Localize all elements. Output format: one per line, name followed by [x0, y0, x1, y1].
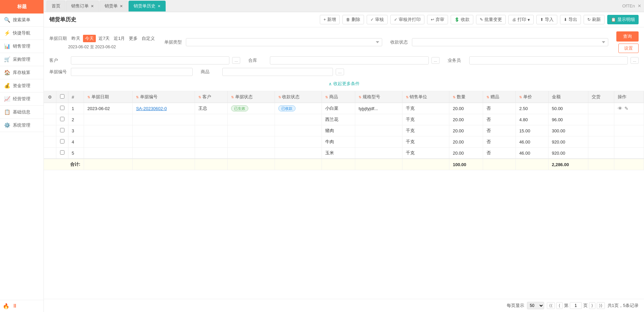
cell-doc-no[interactable]: SA-20230602-0 — [133, 103, 195, 114]
row-checkbox[interactable] — [60, 139, 64, 144]
tab-sales-delivery-close[interactable]: ✕ — [120, 4, 123, 8]
cell-check[interactable] — [56, 136, 68, 148]
page-size-select[interactable]: 50 20 100 — [527, 302, 544, 309]
cell-check[interactable] — [56, 125, 68, 136]
th-spec[interactable]: ⇅ 规格型号 — [355, 91, 402, 103]
total-records: 共1页，5条记录 — [608, 303, 639, 309]
tab-sales-delivery[interactable]: 销货单 ✕ — [100, 1, 128, 11]
tab-sales-order[interactable]: 销售订单 ✕ — [66, 1, 99, 11]
shortcut-yesterday[interactable]: 昨天 — [70, 35, 82, 42]
sidebar-item-quick-nav[interactable]: ⚡ 快捷导航 — [0, 27, 44, 40]
settings-button[interactable]: 设置 — [618, 44, 639, 53]
cell-check[interactable] — [56, 148, 68, 159]
sidebar-item-operations[interactable]: 📈 经营管理 — [0, 93, 44, 106]
import-button[interactable]: ⬆ 导入 — [536, 15, 557, 24]
sidebar-item-sales-mgmt[interactable]: 📊 销售管理 — [0, 40, 44, 53]
payment-status-select[interactable] — [412, 38, 608, 46]
th-check[interactable] — [56, 91, 68, 103]
th-gear[interactable]: ⚙ — [44, 91, 56, 103]
edit-icon[interactable]: ✎ — [624, 106, 628, 111]
delete-button[interactable]: 🗑 删除 — [342, 15, 364, 24]
th-qty[interactable]: ⇅ 数量 — [449, 91, 483, 103]
show-detail-button[interactable]: 📋 显示明细 — [607, 15, 639, 24]
shortcut-today[interactable]: 今天 — [83, 35, 96, 42]
shortcut-more[interactable]: 更多 — [128, 35, 139, 42]
th-doc-no[interactable]: ⇅ 单据编号 — [133, 91, 195, 103]
doc-type-select[interactable] — [186, 38, 382, 46]
tab-sales-history[interactable]: 销货单历史 ✕ — [129, 1, 166, 11]
sidebar-item-search-menu[interactable]: 🔍 搜索菜单 — [0, 14, 44, 27]
sidebar-item-inventory[interactable]: 🏠 库存核算 — [0, 66, 44, 79]
first-page-button[interactable]: ⟨⟨ — [547, 302, 555, 309]
salesperson-ellipsis[interactable]: ... — [631, 57, 639, 64]
shortcut-7days[interactable]: 近7天 — [97, 35, 111, 42]
tab-sales-history-close[interactable]: ✕ — [158, 4, 161, 8]
cell-doc-no[interactable] — [133, 125, 195, 136]
page-header: 销货单历史 + 新增 🗑 删除 ✓ 审核 ✓ 审核并打印 ↩ 弃审 💲 收款 ✎… — [44, 12, 644, 27]
salesperson-input[interactable] — [469, 56, 628, 64]
search-menu-icon: 🔍 — [4, 17, 10, 23]
th-customer[interactable]: ⇅ 客户 — [195, 91, 228, 103]
abandon-button[interactable]: ↩ 弃审 — [427, 15, 448, 24]
collapse-button[interactable]: ∧ 收起更多条件 — [49, 79, 639, 87]
tab-home[interactable]: 首页 — [47, 1, 65, 11]
th-doc-date[interactable]: ⇅ 单据日期 — [84, 91, 133, 103]
sidebar-item-finance[interactable]: 💰 资金管理 — [0, 79, 44, 93]
th-unit[interactable]: ⇅ 销售单位 — [402, 91, 449, 103]
cell-gear — [44, 114, 56, 125]
import-label: 导入 — [545, 17, 554, 23]
approve-button[interactable]: ✓ 审核 — [367, 15, 388, 24]
customer-ellipsis[interactable]: ... — [232, 57, 240, 64]
row-checkbox[interactable] — [60, 106, 64, 110]
pause-icon[interactable]: ⏸ — [12, 303, 18, 309]
prev-page-button[interactable]: ⟨ — [556, 302, 563, 309]
add-button[interactable]: + 新增 — [320, 15, 340, 24]
customer-input[interactable] — [71, 56, 229, 64]
cell-rowno: 2 — [68, 114, 84, 125]
table-container[interactable]: ⚙ # ⇅ 单据日期 ⇅ 单据编号 ⇅ 客户 ⇅ 单据状态 ⇅ 收款状态 ⇅ 商… — [44, 91, 644, 299]
refresh-button[interactable]: ↻ 刷新 — [584, 15, 605, 24]
th-doc-status[interactable]: ⇅ 单据状态 — [227, 91, 275, 103]
row-checkbox[interactable] — [60, 117, 64, 121]
filter-row-1: 单据日期 昨天 今天 近7天 近1月 更多 自定义 2023-06-02 至 2… — [49, 31, 639, 53]
shortcut-1month[interactable]: 近1月 — [112, 35, 126, 42]
approve-print-button[interactable]: ✓ 审核并打印 — [390, 15, 424, 24]
goods-ellipsis[interactable]: ... — [336, 69, 344, 75]
cell-amount: 300.00 — [548, 125, 588, 136]
cell-check[interactable] — [56, 114, 68, 125]
th-transaction: 交货 — [588, 91, 614, 103]
print-button[interactable]: 🖨 打印 ▾ — [508, 15, 534, 24]
query-button[interactable]: 查询 — [616, 31, 639, 42]
select-all-checkbox[interactable] — [60, 94, 64, 99]
sidebar-item-basic-info[interactable]: 📋 基础信息 — [0, 106, 44, 119]
sidebar-item-label: 库存核算 — [13, 70, 30, 76]
current-page-input[interactable] — [570, 302, 582, 309]
export-button[interactable]: ⬇ 导出 — [560, 15, 581, 24]
warehouse-ellipsis[interactable]: ... — [431, 57, 440, 64]
cell-doc-no[interactable] — [133, 136, 195, 148]
th-goods[interactable]: ⇅ 商品 — [322, 91, 355, 103]
row-checkbox[interactable] — [60, 150, 64, 155]
batch-change-button[interactable]: ✎ 批量变更 — [476, 15, 506, 24]
row-checkbox[interactable] — [60, 128, 64, 132]
th-payment-status[interactable]: ⇅ 收款状态 — [275, 91, 322, 103]
sidebar-item-purchase-mgmt[interactable]: 🛒 采购管理 — [0, 53, 44, 66]
last-page-button[interactable]: ⟩⟩ — [597, 302, 605, 309]
tab-sales-order-close[interactable]: ✕ — [91, 4, 94, 8]
cell-check[interactable] — [56, 103, 68, 114]
shortcut-custom[interactable]: 自定义 — [140, 35, 156, 42]
view-icon[interactable]: 👁 — [618, 106, 622, 111]
fire-icon[interactable]: 🔥 — [3, 303, 9, 309]
receive-button[interactable]: 💲 收款 — [451, 15, 473, 24]
goods-input[interactable] — [222, 68, 333, 76]
customer-label: 客户 — [49, 57, 68, 63]
docno-input[interactable] — [71, 68, 193, 76]
cell-doc-no[interactable] — [133, 148, 195, 159]
next-page-button[interactable]: ⟩ — [589, 302, 595, 309]
sidebar-item-sys-mgmt[interactable]: ⚙️ 系统管理 — [0, 119, 44, 132]
warehouse-input[interactable] — [270, 56, 428, 64]
th-gift[interactable]: ⇅ 赠品 — [483, 91, 516, 103]
cell-doc-no[interactable] — [133, 114, 195, 125]
close-all-icon[interactable]: ✕ — [638, 3, 641, 8]
th-unit-price[interactable]: ⇅ 单价 — [516, 91, 549, 103]
